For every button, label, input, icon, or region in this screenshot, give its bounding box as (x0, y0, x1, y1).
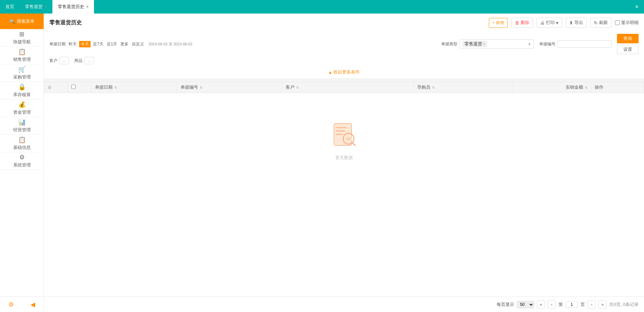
sidebar-item-system-mgmt[interactable]: ⚙ 系统管理 (0, 152, 44, 170)
column-settings-icon[interactable]: ⚙ (48, 85, 52, 90)
quick-nav-icon: ⊞ (19, 30, 24, 38)
inventory-icon: 🔒 (18, 83, 26, 91)
sidebar-item-capital-label: 资金管理 (13, 109, 31, 115)
th-customer-label: 客户 (286, 85, 294, 90)
refresh-button[interactable]: ↻ 刷新 (590, 18, 612, 28)
page-header: 零售退货历史 + 新增 🗑 删除 🖨 打印 ▾ ⬆ 导出 (44, 14, 644, 79)
svg-rect-2 (336, 130, 345, 132)
last-page-button[interactable]: » (598, 300, 606, 309)
sidebar-item-quick-nav-label: 快捷导航 (13, 39, 31, 45)
sidebar-item-inventory[interactable]: 🔒 库存核算 (0, 82, 44, 99)
th-check[interactable] (68, 82, 92, 93)
query-button[interactable]: 查询 (617, 34, 639, 43)
tab-retail-return-history[interactable]: 零售退货历史 × (52, 0, 94, 14)
next-page-button[interactable]: › (588, 300, 596, 309)
customer-select-button[interactable]: ... (59, 57, 69, 64)
action-buttons: 查询 设置 (617, 34, 639, 54)
sidebar-item-operations-label: 经营管理 (13, 127, 31, 133)
show-detail-label: 显示明细 (615, 20, 639, 26)
prev-page-button[interactable]: ‹ (548, 300, 556, 309)
th-date-sort-icon: ⇅ (114, 86, 117, 89)
th-customer-sort-icon: ⇅ (296, 86, 299, 89)
goods-select-button[interactable]: ... (85, 57, 94, 64)
collapse-label: 收起更多条件 (333, 69, 360, 75)
date-yesterday[interactable]: 昨天 (68, 41, 78, 47)
th-action: 操作 (591, 82, 644, 93)
collapse-row: ▲ 收起更多条件 (49, 67, 639, 79)
pagination: 每页显示 10 20 50 100 « ‹ 第 页 › » 共0页, 0条记录 (44, 296, 644, 312)
tab-home-label: 首页 (5, 4, 14, 10)
content-area: 零售退货历史 + 新增 🗑 删除 🖨 打印 ▾ ⬆ 导出 (44, 14, 644, 312)
filter-area: 单据日期 昨天 今天 近7天 近1月 更多 自定义 2023-06-02 至 2… (49, 31, 639, 79)
tab-retail-return-history-label: 零售退货历史 (58, 4, 84, 10)
th-date[interactable]: 单据日期 ⇅ (92, 82, 177, 93)
sidebar-item-purchase-mgmt-label: 采购管理 (13, 74, 31, 80)
page-number-input[interactable] (566, 301, 578, 308)
th-date-label: 单据日期 (95, 85, 113, 90)
svg-rect-3 (336, 134, 343, 135)
sidebar-item-sales-mgmt-label: 销售管理 (13, 57, 31, 63)
sidebar-item-capital[interactable]: 💰 资金管理 (0, 99, 44, 117)
window-close-button[interactable]: × (629, 3, 644, 10)
sidebar-item-basic-info[interactable]: 📋 基础信息 (0, 135, 44, 152)
date-custom[interactable]: 自定义 (131, 41, 145, 47)
sidebar-item-purchase-mgmt[interactable]: 🛒 采购管理 (0, 64, 44, 82)
new-button[interactable]: + 新增 (489, 18, 508, 28)
empty-state-icon (329, 120, 359, 151)
refresh-icon: ↻ (594, 20, 598, 25)
sidebar-item-sales-mgmt[interactable]: 📋 销售管理 (0, 47, 44, 64)
operations-icon: 📊 (18, 118, 26, 126)
sidebar-item-quick-nav[interactable]: ⊞ 快捷导航 (0, 29, 44, 47)
date-1month[interactable]: 近1月 (106, 41, 118, 47)
filter-row-1: 单据日期 昨天 今天 近7天 近1月 更多 自定义 2023-06-02 至 2… (49, 34, 639, 54)
collapse-button[interactable]: ▲ 收起更多条件 (325, 68, 363, 76)
sidebar-item-system-mgmt-label: 系统管理 (13, 162, 31, 168)
print-button[interactable]: 🖨 打印 ▾ (536, 18, 562, 28)
tab-retail-return-history-close[interactable]: × (86, 4, 89, 9)
th-settings[interactable]: ⚙ (44, 82, 68, 93)
sidebar-bottom: ⚙ ◀ (0, 296, 44, 312)
first-page-button[interactable]: « (537, 300, 545, 309)
empty-state: 暂无数据 (44, 93, 644, 188)
filter-settings-button[interactable]: 设置 (617, 45, 639, 54)
th-customer[interactable]: 客户 ⇅ (282, 82, 414, 93)
th-num-sort-icon: ⇅ (200, 86, 202, 89)
sidebar-item-operations[interactable]: 📊 经营管理 (0, 117, 44, 135)
data-table: ⚙ 单据日期 ⇅ 单据编号 ⇅ (44, 82, 644, 188)
doc-type-tag-close[interactable]: × (483, 42, 485, 46)
basic-info-icon: 📋 (18, 136, 26, 143)
sidebar-item-inventory-label: 库存核算 (13, 92, 31, 98)
sidebar-item-basic-info-label: 基础信息 (13, 144, 31, 151)
settings-bottom-icon[interactable]: ⚙ (8, 301, 14, 308)
per-page-select[interactable]: 10 20 50 100 (517, 301, 534, 308)
doc-type-filter: 单据类型 零售退货 × ▾ (441, 39, 534, 49)
date-more[interactable]: 更多 (119, 41, 129, 47)
tab-retail-return-close[interactable]: × (45, 4, 47, 9)
customer-label: 客户 (49, 58, 57, 64)
th-amount[interactable]: 实销金额 ⇅ (512, 82, 591, 93)
collapse-sidebar-icon[interactable]: ◀ (30, 301, 35, 308)
search-icon: 🔍 (9, 19, 15, 24)
export-button[interactable]: ⬆ 导出 (566, 18, 587, 28)
tab-home[interactable]: 首页 (0, 0, 20, 14)
date-today[interactable]: 今天 (79, 41, 91, 47)
doc-type-select[interactable]: 零售退货 × ▾ (459, 39, 534, 49)
th-num[interactable]: 单据编号 ⇅ (177, 82, 282, 93)
system-mgmt-icon: ⚙ (19, 154, 25, 161)
select-all-checkbox[interactable] (71, 85, 76, 89)
sidebar: 🔍 搜索菜单 ⊞ 快捷导航 📋 销售管理 🛒 采购管理 🔒 库存核算 💰 (0, 14, 44, 312)
tab-retail-return[interactable]: 零售退货 × (20, 0, 52, 14)
th-num-label: 单据编号 (181, 85, 198, 90)
per-page-label: 每页显示 (497, 302, 514, 308)
delete-icon: 🗑 (515, 20, 519, 25)
page-title: 零售退货历史 (49, 19, 82, 26)
sidebar-search[interactable]: 🔍 搜索菜单 (0, 14, 44, 29)
date-7days[interactable]: 近7天 (92, 41, 104, 47)
page-label: 第 (558, 302, 563, 308)
svg-rect-1 (336, 127, 347, 128)
th-guide[interactable]: 导购员 ⇅ (414, 82, 512, 93)
empty-text: 暂无数据 (335, 155, 353, 161)
delete-button[interactable]: 🗑 删除 (511, 18, 533, 28)
show-detail-checkbox[interactable] (615, 20, 620, 25)
doc-num-input[interactable] (557, 40, 612, 48)
